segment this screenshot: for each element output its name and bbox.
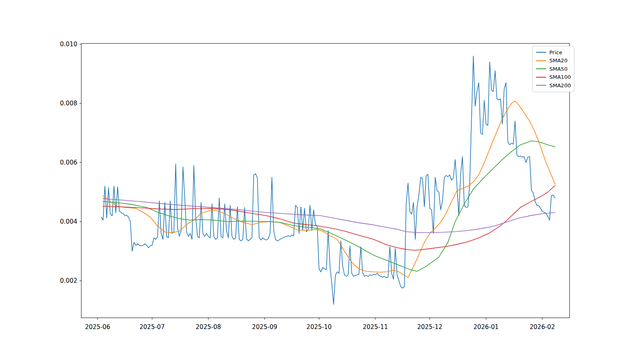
sma100-line-swatch: [536, 77, 546, 78]
legend-label: SMA20: [549, 58, 568, 63]
x-tick-label: 2025-08: [196, 323, 221, 331]
x-tick-label: 2025-07: [140, 323, 165, 331]
x-tick-label: 2025-06: [85, 323, 110, 331]
legend-entry-sma50: SMA50: [536, 65, 571, 73]
sma20-line-swatch: [536, 60, 546, 61]
matplotlib-figure: 2025-062025-072025-082025-092025-102025-…: [0, 0, 644, 362]
y-tick-label: 0.006: [60, 159, 77, 166]
x-tick-label: 2025-10: [306, 323, 332, 331]
y-tick-label: 0.004: [60, 218, 77, 225]
sma200-line-swatch: [536, 85, 546, 86]
y-tick-label: 0.010: [60, 41, 77, 48]
legend-entry-sma200: SMA200: [536, 81, 571, 90]
x-tick-label: 2026-02: [530, 323, 555, 331]
legend-label: SMA50: [549, 66, 568, 72]
y-tick-label: 0.002: [60, 277, 77, 284]
legend-label: SMA200: [549, 83, 571, 88]
x-tick-label: 2026-01: [473, 323, 499, 331]
x-tick-label: 2025-12: [417, 323, 442, 331]
chart-legend: Price SMA20 SMA50 SMA100 SMA200: [532, 46, 574, 92]
x-tick-label: 2025-11: [363, 323, 388, 331]
legend-entry-sma100: SMA100: [536, 73, 571, 82]
legend-entry-sma20: SMA20: [536, 57, 571, 65]
x-tick-label: 2025-09: [252, 323, 277, 331]
series-line-price: [101, 56, 555, 304]
series-line-sma100: [103, 185, 555, 250]
legend-label: SMA100: [549, 74, 571, 80]
sma50-line-swatch: [536, 68, 546, 69]
y-tick-label: 0.008: [60, 100, 77, 107]
legend-entry-price: Price: [536, 48, 571, 57]
price-line-swatch: [536, 52, 546, 53]
legend-label: Price: [549, 50, 562, 55]
